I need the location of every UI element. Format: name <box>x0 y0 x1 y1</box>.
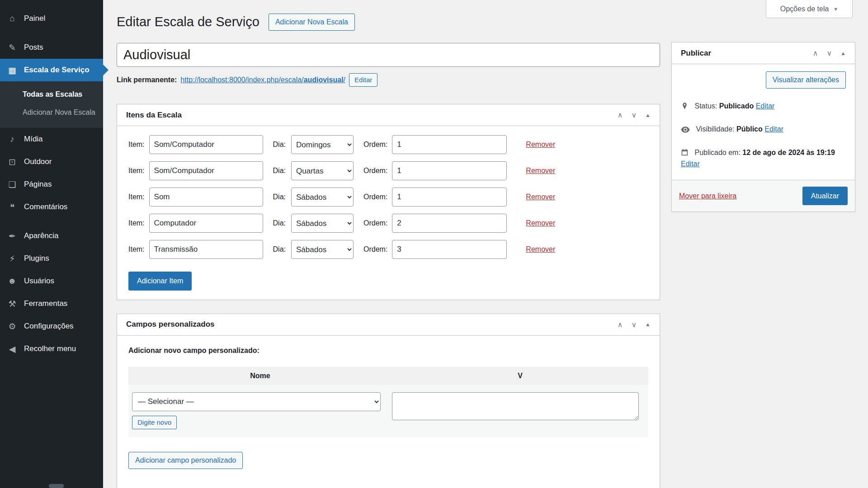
sidebar-item-outdoor[interactable]: ⊡ Outdoor <box>0 150 103 173</box>
sidebar-item-paginas[interactable]: ❏ Páginas <box>0 173 103 196</box>
item-name-input[interactable] <box>149 214 263 233</box>
item-name-input[interactable] <box>149 240 263 259</box>
calendar-icon: ▦ <box>6 65 18 75</box>
items-metabox: Itens da Escala ∧ ∨ ▲ Item: Dia: Domingo… <box>117 104 660 300</box>
schedule-item-row: Item: Dia: Quartas Ordem: Remover <box>128 161 648 180</box>
publish-footer: Mover para lixeira Atualizar <box>672 180 855 212</box>
sidebar-item-comentarios[interactable]: ❝ Comentários <box>0 196 103 218</box>
move-down-icon[interactable]: ∨ <box>631 320 637 329</box>
day-select[interactable]: Sábados <box>291 188 354 206</box>
remove-item-link[interactable]: Remover <box>526 245 555 253</box>
remove-item-link[interactable]: Remover <box>526 167 555 175</box>
admin-sidebar: ⌂ Painel ✎ Posts ▦ Escala de Serviço Tod… <box>0 0 103 488</box>
side-column: Publicar ∧ ∨ ▲ Visualizar alterações Sta… <box>671 42 855 212</box>
custom-fields-body: Adicionar novo campo personalizado: Nome… <box>117 336 660 488</box>
custom-fields-table-header: Nome V <box>128 367 648 385</box>
remove-item-link[interactable]: Remover <box>526 193 555 201</box>
sidebar-item-configuracoes[interactable]: ⚙ Configurações <box>0 315 103 338</box>
sidebar-item-posts[interactable]: ✎ Posts <box>0 36 103 59</box>
custom-fields-header[interactable]: Campos personalizados ∧ ∨ ▲ <box>117 314 660 336</box>
order-input[interactable] <box>392 214 507 233</box>
preview-changes-button[interactable]: Visualizar alterações <box>766 71 846 89</box>
item-name-input[interactable] <box>149 135 263 154</box>
permalink-slug: audiovisual <box>304 76 344 84</box>
sidebar-item-label: Usuários <box>24 277 54 286</box>
schedule-item-row: Item: Dia: Sábados Ordem: Remover <box>128 214 648 233</box>
tools-icon: ⚒ <box>6 299 18 309</box>
enter-new-field-button[interactable]: Digite novo <box>132 416 177 430</box>
users-icon: ☻ <box>6 276 18 286</box>
sidebar-item-aparencia[interactable]: ✒ Aparência <box>0 225 103 247</box>
collapse-menu-icon: ◀ <box>6 344 18 354</box>
toggle-panel-icon[interactable]: ▲ <box>645 321 651 328</box>
toggle-panel-icon[interactable]: ▲ <box>840 50 846 56</box>
order-label: Ordem: <box>363 167 387 175</box>
edit-published-link[interactable]: Editar <box>681 160 700 168</box>
comments-icon: ❝ <box>6 202 18 212</box>
add-new-escala-button[interactable]: Adicionar Nova Escala <box>269 14 355 31</box>
move-down-icon[interactable]: ∨ <box>631 111 637 119</box>
remove-item-link[interactable]: Remover <box>526 141 555 149</box>
move-up-icon[interactable]: ∧ <box>618 111 623 119</box>
sidebar-item-plugins[interactable]: ⚡ Plugins <box>0 247 103 270</box>
publish-header[interactable]: Publicar ∧ ∨ ▲ <box>672 42 855 64</box>
sidebar-item-label: Painel <box>24 14 45 23</box>
pin-icon <box>681 102 689 110</box>
order-label: Ordem: <box>363 193 387 201</box>
add-custom-field-button[interactable]: Adicionar campo personalizado <box>128 452 243 469</box>
day-select[interactable]: Sábados <box>291 214 354 233</box>
remove-item-link[interactable]: Remover <box>526 219 555 227</box>
item-name-input[interactable] <box>149 161 263 180</box>
day-select[interactable]: Quartas <box>291 161 354 180</box>
permalink-label: Link permanente: <box>117 76 177 84</box>
item-label: Item: <box>128 167 145 175</box>
edit-status-link[interactable]: Editar <box>756 102 775 110</box>
horizontal-scrollbar-thumb[interactable] <box>49 484 64 488</box>
order-input[interactable] <box>392 188 507 206</box>
move-up-icon[interactable]: ∧ <box>813 49 818 57</box>
post-title-input[interactable] <box>117 43 660 67</box>
toggle-panel-icon[interactable]: ▲ <box>645 112 651 118</box>
sidebar-item-label: Configurações <box>24 322 74 331</box>
move-up-icon[interactable]: ∧ <box>618 320 623 329</box>
visibility-label: Visibilidade: <box>696 125 734 133</box>
day-label: Dia: <box>273 167 286 175</box>
item-label: Item: <box>128 245 145 253</box>
item-label: Item: <box>128 219 145 227</box>
order-input[interactable] <box>392 161 507 180</box>
sidebar-item-midia[interactable]: ♪ Mídia <box>0 128 103 150</box>
custom-fields-table: Nome V — Selecionar — Digite novo <box>128 367 648 438</box>
update-button[interactable]: Atualizar <box>802 187 848 206</box>
screen-options-button[interactable]: Opções de tela ▼ <box>766 0 853 18</box>
sidebar-item-painel[interactable]: ⌂ Painel <box>0 7 103 30</box>
plugins-icon: ⚡ <box>6 253 18 264</box>
move-to-trash-link[interactable]: Mover para lixeira <box>679 192 736 200</box>
submenu-item-todas-as-escalas[interactable]: Todas as Escalas <box>0 85 103 103</box>
order-input[interactable] <box>392 240 507 259</box>
add-item-button[interactable]: Adicionar Item <box>128 272 192 291</box>
permalink-base: http://localhost:8000/index.php/escala/ <box>180 76 303 84</box>
custom-field-name-select[interactable]: — Selecionar — <box>132 392 381 411</box>
sidebar-item-recolher-menu[interactable]: ◀ Recolher menu <box>0 338 103 360</box>
escala-submenu: Todas as Escalas Adicionar Nova Escala <box>0 81 103 128</box>
publish-metabox: Publicar ∧ ∨ ▲ Visualizar alterações Sta… <box>671 42 855 212</box>
order-input[interactable] <box>392 135 507 154</box>
publish-title: Publicar <box>681 49 711 58</box>
day-select[interactable]: Domingos <box>291 135 354 154</box>
sidebar-item-escala-de-servico[interactable]: ▦ Escala de Serviço <box>0 59 103 81</box>
sidebar-item-usuarios[interactable]: ☻ Usuários <box>0 270 103 292</box>
move-down-icon[interactable]: ∨ <box>826 49 832 57</box>
submenu-item-adicionar-nova-escala[interactable]: Adicionar Nova Escala <box>0 103 103 122</box>
custom-field-value-textarea[interactable] <box>392 392 639 420</box>
metabox-controls: ∧ ∨ ▲ <box>618 111 651 119</box>
edit-visibility-link[interactable]: Editar <box>764 125 783 133</box>
order-label: Ordem: <box>363 141 387 149</box>
sidebar-item-ferramentas[interactable]: ⚒ Ferramentas <box>0 292 103 315</box>
permalink-link[interactable]: http://localhost:8000/index.php/escala/a… <box>180 76 345 84</box>
items-metabox-header[interactable]: Itens da Escala ∧ ∨ ▲ <box>117 104 660 126</box>
day-select[interactable]: Sábados <box>291 240 354 259</box>
published-label: Publicado em: <box>694 149 740 156</box>
custom-field-value-cell <box>392 392 648 430</box>
edit-permalink-button[interactable]: Editar <box>349 73 377 87</box>
item-name-input[interactable] <box>149 188 263 206</box>
